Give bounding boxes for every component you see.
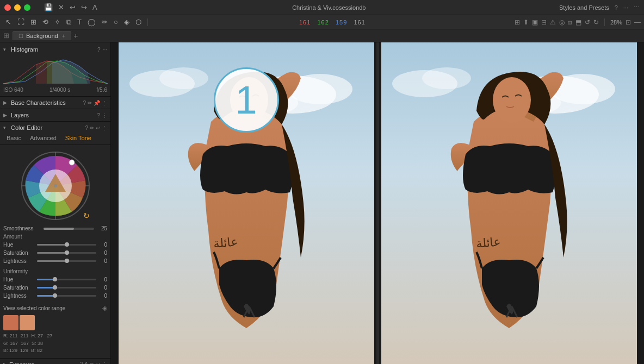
fullscreen-icon[interactable]: — [634,18,641,26]
photo-panel-left: عائلة 1 [119,42,374,364]
close-doc-icon[interactable]: ✕ [57,3,66,12]
document-title: Christina & Viv.cosessiondb [99,4,559,11]
color-editor-title: Color Editor [11,124,85,131]
exposure-title: Exposure [9,361,80,365]
add-tab-button[interactable]: + [73,32,78,40]
swatch-1[interactable] [3,315,18,330]
develop-icon[interactable]: ▣ [532,18,538,26]
layers-section: ▶ Layers ? ⋮ [0,109,110,122]
clone-tool[interactable]: ⧉ [64,17,73,28]
layout-icon[interactable]: ⊟ [541,18,547,26]
compare-icon[interactable]: ⧈ [568,18,572,26]
base-char-edit[interactable]: ✏ [88,100,92,106]
fill-tool[interactable]: ⬡ [133,17,144,27]
exp-brush[interactable]: ✏ [90,361,94,364]
select-tool[interactable]: ↖ [3,17,14,27]
save-icon[interactable]: 💾 [42,3,54,12]
layers-more[interactable]: ⋮ [102,112,107,118]
exp-help[interactable]: ? [80,361,83,364]
swatch-2[interactable] [20,315,35,330]
u-sat-slider[interactable] [37,287,96,288]
svg-marker-2 [52,60,90,84]
help-icon[interactable]: ? [615,4,618,11]
redo-icon[interactable]: ↪ [79,3,89,12]
u-light-slider[interactable] [37,295,96,297]
u-light-row: Lightness 0 [3,292,107,300]
exp-more[interactable]: ⋮ [102,361,107,364]
layers-help[interactable]: ? [97,112,100,118]
base-char-more[interactable]: ⋮ [102,100,107,106]
hue-slider[interactable] [37,244,96,246]
styles-presets-label[interactable]: Styles and Presets [559,4,609,11]
canvas-area[interactable]: عائلة 1 [111,42,644,364]
window-more-icon[interactable]: ⋯ [634,4,640,11]
lightness-label: Lightness [3,258,35,264]
saturation-slider[interactable] [37,252,96,254]
color-editor-header[interactable]: ▾ Color Editor ? ✏ ↩ ⋮ [0,122,110,134]
u-hue-label: Hue [3,277,35,283]
histogram-header[interactable]: ▾ Histogram ? ··· [0,45,110,54]
tab-checkbox[interactable]: ☐ [18,33,23,39]
histogram-chart [3,57,108,84]
split-divider[interactable] [376,42,379,364]
layout-toggle-icon[interactable]: ⊞ [3,32,9,40]
histogram-more-icon[interactable]: ··· [103,47,107,53]
erase-tool[interactable]: ◈ [122,17,132,27]
histogram-help-icon[interactable]: ? [97,47,101,53]
ce-help[interactable]: ? [85,125,88,131]
tab-add-icon[interactable]: + [62,33,65,39]
lightness-slider[interactable] [37,260,96,262]
maximize-button[interactable] [24,4,30,11]
export-icon[interactable]: ⬒ [575,18,581,26]
text-tool[interactable]: T [75,17,84,27]
grid-view-icon[interactable]: ⊞ [515,18,520,26]
refresh-right-icon[interactable]: ↻ [593,18,599,26]
ce-tab-basic[interactable]: Basic [3,134,24,142]
minimize-button[interactable] [14,4,21,11]
color-wheel-wrapper[interactable]: ↻ [20,150,91,221]
warning-icon[interactable]: ⚠ [550,18,556,26]
ce-pin[interactable]: ↩ [96,125,100,131]
exposure-header[interactable]: ▶ Exposure ? A ✏ ↩ ⋮ [0,359,110,365]
exposure-section: ▶ Exposure ? A ✏ ↩ ⋮ [0,359,110,365]
rotate-icon[interactable]: ↻ [83,211,90,220]
focus-icon[interactable]: ◎ [559,18,565,26]
toolbar-right: ⊞ ⬆ ▣ ⊟ ⚠ ◎ ⧈ ⬒ ↺ ↻ 28% ⊡ — [515,18,641,26]
ce-tab-advanced[interactable]: Advanced [27,134,60,142]
base-characteristics-header[interactable]: ▶ Base Characteristics ? ✏ 📌 ⋮ [0,97,110,109]
color-swatches [0,314,110,332]
histogram-title: Histogram [11,46,95,53]
layers-header[interactable]: ▶ Layers ? ⋮ [0,109,110,121]
adjust-tool[interactable]: ⊞ [28,17,39,27]
smoothness-slider[interactable] [44,228,94,230]
fit-icon[interactable]: ⊡ [626,18,631,26]
ce-tab-skintone[interactable]: Skin Tone [62,134,95,142]
base-char-help[interactable]: ? [83,100,86,106]
transform-tool[interactable]: ⟲ [40,17,51,27]
repair-tool[interactable]: ✧ [52,17,63,27]
draw-tool[interactable]: ✏ [100,17,110,27]
pixel-a: 161 [354,19,366,26]
view-icon[interactable]: ◈ [102,304,107,312]
refresh-left-icon[interactable]: ↺ [585,18,590,26]
u-hue-slider[interactable] [37,279,96,280]
base-char-pin[interactable]: 📌 [94,100,100,106]
exp-copy[interactable]: ↩ [96,361,100,364]
svg-point-27 [422,67,471,89]
svg-point-28 [493,77,531,123]
exp-a[interactable]: A [84,361,88,364]
crop-tool[interactable]: ⛶ [15,17,27,27]
close-button[interactable] [4,4,11,11]
ce-edit[interactable]: ✏ [90,125,94,131]
brush-tool[interactable]: ○ [112,17,120,27]
ce-more[interactable]: ⋮ [102,125,107,131]
photo-right-svg: عائلة [381,42,637,364]
brush-icon[interactable]: A [91,3,99,12]
shape-tool[interactable]: ◯ [85,17,98,27]
upload-icon[interactable]: ⬆ [523,18,529,26]
hue-slider-row: Hue 0 [3,241,107,249]
undo-icon[interactable]: ↩ [68,3,77,12]
more-icon[interactable]: ··· [623,4,628,11]
exposure-arrow: ▶ [3,362,7,365]
background-tab[interactable]: ☐ Background + [13,31,71,40]
